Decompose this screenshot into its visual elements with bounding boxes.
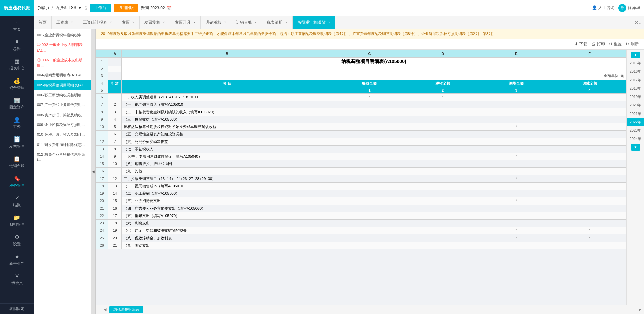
tab-invoice-calc-close[interactable]: × xyxy=(163,21,165,24)
left-nav-002[interactable]: ◎ 002-一般企业收入明细表(A1... xyxy=(34,40,91,55)
table-row-2: 2 xyxy=(96,66,626,72)
sidebar-item-settings[interactable]: ⚙ 设置 xyxy=(0,230,34,250)
tab-close-all[interactable]: ✕ ≡ xyxy=(631,19,644,26)
left-nav-005[interactable]: 005-纳税调整项目明细表(A1... xyxy=(34,80,91,90)
sidebar-item-ledger[interactable]: ≡ 总账 xyxy=(0,35,34,55)
year-2016[interactable]: 2016年 xyxy=(627,67,644,76)
tab-invoice-calc[interactable]: 发票测算 × xyxy=(140,16,170,29)
company-dropdown-icon: ▼ xyxy=(78,6,82,10)
tab-tax-clear[interactable]: 税表清册 × xyxy=(262,16,293,29)
year-2018[interactable]: 2018年 xyxy=(627,84,644,93)
tab-invoice-close[interactable]: × xyxy=(132,21,134,24)
col-header-B: B xyxy=(122,50,333,57)
left-nav-010[interactable]: 010-免税、减计收入及加计... xyxy=(34,130,91,139)
year-2015[interactable]: 2015年 xyxy=(627,59,644,67)
table-row: 13 8 （七）不征税收入 xyxy=(96,145,626,153)
refresh-btn[interactable]: ↻ 刷新 xyxy=(626,41,639,47)
sidebar-item-settle[interactable]: ✓ 结账 xyxy=(0,191,34,211)
bottom-tab-label[interactable]: 纳税调整明细表 xyxy=(109,306,143,313)
workspace-button[interactable]: 工作台 xyxy=(90,4,111,12)
sidebar-item-guide[interactable]: ★ 新手引导 xyxy=(0,250,34,270)
left-nav-003[interactable]: ◎ 003-一般企业成本支出明细... xyxy=(34,55,91,70)
left-nav-007[interactable]: 007-广告费和业务宣传费明... xyxy=(34,100,91,110)
close-all-icon2: ≡ xyxy=(639,21,641,25)
year-2023[interactable]: 2023年 xyxy=(627,126,644,135)
tab-payroll[interactable]: 工资表 × xyxy=(52,16,78,29)
report-icon: ▦ xyxy=(14,58,20,64)
year-down-btn[interactable]: ▼ xyxy=(631,144,640,151)
item-header: 项 目 xyxy=(122,80,333,87)
calendar-icon[interactable]: 📅 xyxy=(166,6,172,10)
tab-income-tax-close[interactable]: × xyxy=(328,21,330,24)
sidebar-item-tax[interactable]: 🔖 税务管理 xyxy=(0,172,34,191)
switch-old-button[interactable]: 切到旧版 xyxy=(114,4,138,12)
print-btn[interactable]: 🖨 打印 xyxy=(591,41,605,47)
left-nav-006[interactable]: 006-职工薪酬纳税调整明细... xyxy=(34,90,91,100)
company-label: (物副）江西股金-LSS xyxy=(38,5,76,11)
year-2019[interactable]: 2019年 xyxy=(627,93,644,101)
table-row: 20 15 （三）业务招待要支出 * xyxy=(96,197,626,205)
download-label: 下载 xyxy=(579,41,587,47)
left-nav-009[interactable]: 009-企业所得税弥补亏损明... xyxy=(34,120,91,130)
tab-purchase-detail[interactable]: 进销稽核 × xyxy=(201,16,231,29)
hang-header: 行次 xyxy=(108,80,122,87)
col2-header: 税收全额 xyxy=(406,80,480,87)
tab-home[interactable]: 首页 xyxy=(34,16,52,29)
year-2024[interactable]: 2024年 xyxy=(627,135,644,143)
year-2017[interactable]: 2017年 xyxy=(627,76,644,84)
left-nav-011[interactable]: 011-研发费用加计扣除优惠... xyxy=(34,140,91,150)
company-selector[interactable]: (物副）江西股金-LSS ▼ xyxy=(38,5,82,11)
collapse-left-btn[interactable]: ◀ xyxy=(91,29,96,314)
year-2022[interactable]: 2022年 xyxy=(627,118,644,126)
sidebar-item-invoice[interactable]: 🧾 发票管理 xyxy=(0,133,34,152)
spreadsheet-wrapper[interactable]: A B C D E F 1 xyxy=(96,50,626,305)
sidebar-item-home[interactable]: ⌂ 首页 xyxy=(0,16,34,35)
period-label: 账期 xyxy=(141,5,149,11)
table-row: 9 4 （三）投资收益（填写A105030） xyxy=(96,116,626,123)
sidebar-item-member[interactable]: V 畅会员 xyxy=(0,270,34,289)
left-nav-004[interactable]: 004-期间费用明细表(A1040... xyxy=(34,70,91,80)
col-header-F: F xyxy=(553,50,626,57)
sidebar-item-payroll[interactable]: 👤 工资 xyxy=(0,113,34,133)
print-label: 打印 xyxy=(597,41,605,47)
table-row-unit: 3 全额单位: 元 xyxy=(96,72,626,80)
col3-header: 调增全额 xyxy=(480,80,553,87)
year-up-btn[interactable]: ▲ xyxy=(631,52,640,58)
sidebar-item-purchase[interactable]: 📋 进销台账 xyxy=(0,152,34,172)
sidebar-item-fixed-asset[interactable]: 🏢 固定资产 xyxy=(0,94,34,113)
sidebar-label-home: 首页 xyxy=(13,27,21,32)
left-nav-008[interactable]: 008-资产折旧、摊销及纳税... xyxy=(34,110,91,120)
year-2021[interactable]: 2021年 xyxy=(627,109,644,118)
reset-btn[interactable]: ↺ 重置 xyxy=(609,41,622,47)
tab-purchase-detail-label: 进销稽核 xyxy=(205,20,221,25)
tab-purchase-ledger-close[interactable]: × xyxy=(255,21,257,24)
scroll-left-indicator: ⠿ xyxy=(98,307,101,312)
year-2020[interactable]: 2020年 xyxy=(627,101,644,109)
tab-invoice-open-close[interactable]: × xyxy=(193,21,195,24)
pin-toggle[interactable]: 取消固定 xyxy=(0,303,34,314)
col4-num: 4 xyxy=(553,87,626,93)
download-btn[interactable]: ⬇ 下载 xyxy=(575,41,587,47)
tab-purchase-ledger[interactable]: 进销台账 × xyxy=(231,16,262,29)
tab-payroll-close[interactable]: × xyxy=(71,21,73,24)
tab-payroll-stat[interactable]: 工资统计报表 × xyxy=(78,16,117,29)
sidebar-item-asset[interactable]: 💰 资金管理 xyxy=(0,74,34,94)
sidebar-item-archive[interactable]: 📁 归档管理 xyxy=(0,211,34,230)
left-nav-012[interactable]: 012-减免企业所得税优惠明细(... xyxy=(34,150,91,165)
table-row: 23 18 （六）利息支出 xyxy=(96,219,626,227)
tab-purchase-detail-close[interactable]: × xyxy=(224,21,226,24)
tab-invoice[interactable]: 发票 × xyxy=(117,16,140,29)
tab-invoice-open[interactable]: 发票开具 × xyxy=(170,16,201,29)
support-link[interactable]: 👤 人工咨询 xyxy=(592,5,614,11)
bottom-bar: ⠿ ◀ 纳税调整明细表 ▶ xyxy=(96,305,644,314)
tab-payroll-stat-close[interactable]: × xyxy=(110,21,112,24)
tab-tax-clear-close[interactable]: × xyxy=(285,21,287,24)
sidebar-item-report[interactable]: ▦ 报表中心 xyxy=(0,55,34,74)
user-info[interactable]: 徐 徐泽华 xyxy=(618,4,640,12)
purchase-icon: 📋 xyxy=(13,156,20,162)
left-nav-001[interactable]: 001-企业所得税年度纳税申... xyxy=(34,30,91,40)
tab-income-tax[interactable]: 所得税汇算缴散 × xyxy=(293,16,335,29)
copy-icon[interactable]: ⎘ xyxy=(85,6,87,10)
home-icon: ⌂ xyxy=(15,20,19,26)
sidebar-label-purchase: 进销台账 xyxy=(9,163,24,168)
